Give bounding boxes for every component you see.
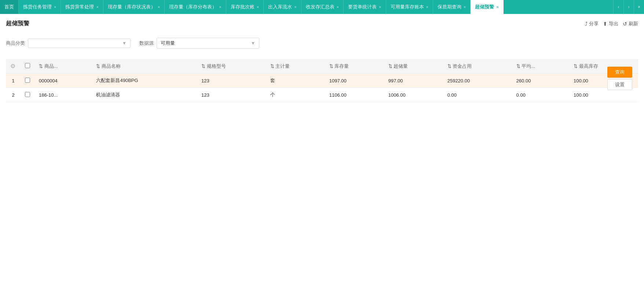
nav-item-close-11[interactable]: ×	[496, 5, 498, 9]
product-category-select[interactable]: ▼	[28, 38, 131, 48]
top-navigation: 首页拣货任务管理×拣货异常处理×现存量（库存状况表）×现存量（库存分布表）×库存…	[0, 0, 644, 14]
settings-button[interactable]: 设置	[607, 79, 632, 90]
col-over-stock-label: ⇅ 超储量	[388, 63, 408, 69]
col-spec: ⇅ 规格型号	[197, 59, 266, 74]
nav-item-10[interactable]: 保质期查询×	[433, 0, 471, 14]
col-product-code: ⇅ 商品...	[34, 59, 92, 74]
nav-item-9[interactable]: 可用量库存账本×	[386, 0, 433, 14]
nav-item-close-9[interactable]: ×	[426, 5, 428, 9]
row-unit-1: 个	[266, 88, 325, 102]
share-action[interactable]: ⤴ 分享	[585, 21, 599, 27]
row-checkbox-0[interactable]	[25, 78, 30, 83]
col-capital-label: ⇅ 资金占用	[447, 63, 472, 69]
nav-item-8[interactable]: 要货单统计表×	[344, 0, 386, 14]
data-source-label: 数据源	[139, 40, 154, 47]
filter-area: 商品分类 ▼ 数据源 可用量 ▼	[6, 33, 638, 53]
nav-arrows: ‹ › ×	[613, 0, 644, 14]
row-num-1: 2	[6, 88, 21, 102]
nav-item-close-10[interactable]: ×	[464, 5, 466, 9]
product-category-label: 商品分类	[6, 40, 25, 47]
page-content: 超储预警 ⤴ 分享 ⬆ 导出 ↺ 刷新 商品分类	[0, 14, 644, 293]
query-button[interactable]: 查询	[607, 67, 632, 78]
nav-item-close-8[interactable]: ×	[379, 5, 381, 9]
data-source-select[interactable]: 可用量 ▼	[157, 38, 259, 49]
row-avg-price-0: 260.00	[512, 74, 569, 88]
nav-item-1[interactable]: 拣货任务管理×	[19, 0, 61, 14]
col-over-stock: ⇅ 超储量	[384, 59, 443, 74]
data-table: ⚙ ⇅ 商品... ⇅ 商品名称 ⇅ 规格型号 ⇅ 主计量	[6, 59, 638, 102]
nav-item-11[interactable]: 超储预警×	[471, 0, 503, 14]
row-capital-1: 0.00	[443, 88, 512, 102]
refresh-icon: ↺	[623, 21, 627, 27]
row-stock-0: 1097.00	[325, 74, 384, 88]
nav-item-4[interactable]: 现存量（库存分布表）×	[165, 0, 226, 14]
row-product-code-0: 0000004	[34, 74, 92, 88]
nav-close-arrow[interactable]: ×	[634, 0, 644, 14]
col-capital: ⇅ 资金占用	[443, 59, 512, 74]
table-header-row: ⚙ ⇅ 商品... ⇅ 商品名称 ⇅ 规格型号 ⇅ 主计量	[6, 59, 638, 74]
row-checkbox-1[interactable]	[25, 92, 30, 97]
row-product-name-0: 六配套新昌490BPG	[92, 74, 197, 88]
export-label: 导出	[609, 21, 618, 27]
settings-gear-icon[interactable]: ⚙	[10, 63, 15, 69]
row-checkbox-cell-0	[21, 74, 34, 88]
refresh-action[interactable]: ↺ 刷新	[623, 21, 638, 27]
row-over-stock-1: 1006.00	[384, 88, 443, 102]
row-capital-0: 259220.00	[443, 74, 512, 88]
select-all-checkbox[interactable]	[25, 63, 30, 68]
nav-item-close-7[interactable]: ×	[337, 5, 339, 9]
nav-item-7[interactable]: 收发存汇总表×	[301, 0, 344, 14]
row-unit-0: 套	[266, 74, 325, 88]
col-avg-price: ⇅ 平均...	[512, 59, 569, 74]
col-avg-price-label: ⇅ 平均...	[516, 63, 535, 69]
row-stock-1: 1106.00	[325, 88, 384, 102]
row-product-code-1: 186-10...	[34, 88, 92, 102]
col-checkbox	[21, 59, 34, 74]
page-header: 超储预警 ⤴ 分享 ⬆ 导出 ↺ 刷新	[6, 20, 638, 27]
row-num-0: 1	[6, 74, 21, 88]
nav-item-3[interactable]: 现存量（库存状况表）×	[103, 0, 165, 14]
col-product-code-label: ⇅ 商品...	[39, 63, 58, 69]
nav-item-6[interactable]: 出入库流水×	[264, 0, 301, 14]
col-product-name-label: ⇅ 商品名称	[96, 63, 121, 69]
col-stock: ⇅ 库存量	[325, 59, 384, 74]
row-avg-price-1: 0.00	[512, 88, 569, 102]
export-action[interactable]: ⬆ 导出	[603, 21, 618, 27]
export-icon: ⬆	[603, 21, 607, 27]
row-over-stock-0: 997.00	[384, 74, 443, 88]
nav-item-close-5[interactable]: ×	[257, 5, 259, 9]
page-actions: ⤴ 分享 ⬆ 导出 ↺ 刷新	[585, 21, 638, 27]
share-label: 分享	[589, 21, 599, 27]
data-source-filter: 数据源 可用量 ▼	[139, 38, 259, 49]
share-icon: ⤴	[585, 21, 588, 27]
filter-buttons: 查询 设置	[607, 67, 632, 90]
row-checkbox-cell-1	[21, 88, 34, 102]
data-source-arrow-icon: ▼	[251, 41, 255, 46]
col-unit-label: ⇅ 主计量	[270, 63, 290, 69]
refresh-label: 刷新	[629, 21, 638, 27]
nav-item-0[interactable]: 首页	[0, 0, 19, 14]
data-source-value: 可用量	[161, 40, 175, 47]
nav-item-2[interactable]: 拣货异常处理×	[61, 0, 103, 14]
table-row: 1 0000004 六配套新昌490BPG 123 套 1097.00 997.…	[6, 74, 638, 88]
row-spec-0: 123	[197, 74, 266, 88]
nav-item-close-3[interactable]: ×	[158, 5, 160, 9]
nav-item-5[interactable]: 库存批次账×	[226, 0, 264, 14]
col-settings: ⚙	[6, 59, 21, 74]
nav-prev-arrow[interactable]: ‹	[613, 0, 623, 14]
table-row: 2 186-10... 机油滤清器 123 个 1106.00 1006.00 …	[6, 88, 638, 102]
nav-item-close-6[interactable]: ×	[294, 5, 296, 9]
nav-item-close-2[interactable]: ×	[96, 5, 98, 9]
col-product-name: ⇅ 商品名称	[92, 59, 197, 74]
page-title: 超储预警	[6, 20, 29, 27]
nav-item-close-4[interactable]: ×	[219, 5, 221, 9]
col-stock-label: ⇅ 库存量	[329, 63, 349, 69]
col-unit: ⇅ 主计量	[266, 59, 325, 74]
product-category-arrow-icon: ▼	[122, 41, 127, 46]
nav-item-close-1[interactable]: ×	[54, 5, 56, 9]
row-spec-1: 123	[197, 88, 266, 102]
row-product-name-1: 机油滤清器	[92, 88, 197, 102]
nav-next-arrow[interactable]: ›	[623, 0, 634, 14]
table-body: 1 0000004 六配套新昌490BPG 123 套 1097.00 997.…	[6, 74, 638, 102]
product-category-filter: 商品分类 ▼	[6, 38, 131, 48]
